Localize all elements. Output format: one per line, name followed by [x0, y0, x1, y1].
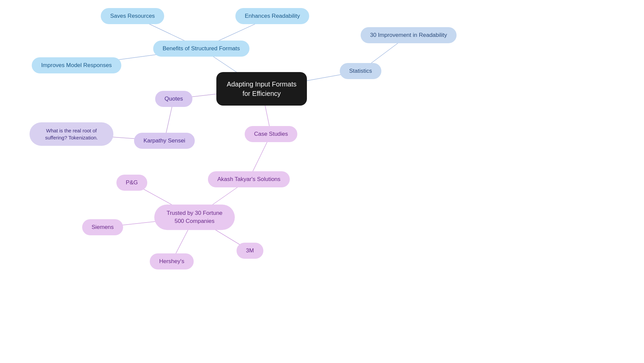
benefits-label: Benefits of Structured Formats	[163, 45, 240, 52]
three-m-label: 3M	[246, 247, 254, 254]
saves-resources-label: Saves Resources	[110, 13, 155, 19]
quotes-node[interactable]: Quotes	[155, 91, 193, 107]
pg-node[interactable]: P&G	[116, 175, 147, 191]
enhances-readability-node[interactable]: Enhances Readability	[235, 8, 309, 24]
improvement-readability-label: 30 Improvement in Readability	[370, 32, 447, 39]
improves-model-node[interactable]: Improves Model Responses	[32, 57, 121, 73]
hersheys-label: Hershey's	[159, 258, 184, 265]
akash-node[interactable]: Akash Takyar's Solutions	[208, 171, 290, 187]
improves-model-label: Improves Model Responses	[41, 62, 112, 69]
connections-svg	[0, 0, 644, 363]
karpathy-node[interactable]: Karpathy Sensei	[134, 133, 195, 149]
center-label: Adapting Input Formats for Efficiency	[226, 79, 297, 98]
karpathy-label: Karpathy Sensei	[144, 137, 185, 144]
case-studies-node[interactable]: Case Studies	[245, 126, 297, 142]
trusted-node[interactable]: Trusted by 30 Fortune 500 Companies	[154, 204, 235, 230]
akash-label: Akash Takyar's Solutions	[217, 176, 280, 183]
benefits-node[interactable]: Benefits of Structured Formats	[153, 41, 250, 57]
hersheys-node[interactable]: Hershey's	[150, 253, 194, 269]
saves-resources-node[interactable]: Saves Resources	[101, 8, 164, 24]
center-node[interactable]: Adapting Input Formats for Efficiency	[216, 72, 307, 106]
three-m-node[interactable]: 3M	[236, 243, 263, 259]
trusted-label: Trusted by 30 Fortune 500 Companies	[164, 209, 225, 225]
improvement-readability-node[interactable]: 30 Improvement in Readability	[361, 27, 457, 43]
enhances-readability-label: Enhances Readability	[245, 13, 300, 19]
siemens-node[interactable]: Siemens	[82, 219, 123, 235]
pg-label: P&G	[126, 179, 138, 186]
mind-map: Adapting Input Formats for Efficiency Be…	[0, 0, 644, 363]
karpathy-quote-label: What is the real root of suffering? Toke…	[39, 127, 104, 141]
quotes-label: Quotes	[165, 96, 183, 102]
case-studies-label: Case Studies	[254, 131, 288, 137]
karpathy-quote-node[interactable]: What is the real root of suffering? Toke…	[30, 122, 113, 146]
statistics-label: Statistics	[349, 68, 372, 74]
siemens-label: Siemens	[92, 224, 114, 231]
statistics-node[interactable]: Statistics	[340, 63, 381, 79]
